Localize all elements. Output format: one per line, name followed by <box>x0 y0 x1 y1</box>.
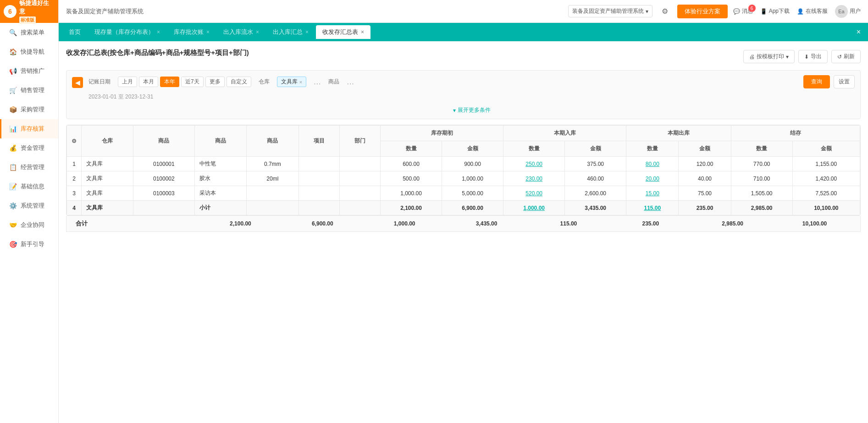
footer-label: 合计 <box>71 220 199 228</box>
sidebar-item-inventory[interactable]: 📊 库存核算 <box>0 119 58 138</box>
warehouse-more-dots[interactable]: ... <box>314 78 321 86</box>
trial-button[interactable]: 体验行业方案 <box>677 5 728 18</box>
warehouse-tag-close[interactable]: × <box>299 79 302 85</box>
app-download-button[interactable]: 📱 App下载 <box>760 7 790 15</box>
tab-recv-send[interactable]: 收发存汇总表 × <box>316 25 370 39</box>
row-out-qty-1[interactable]: 20.00 <box>626 171 679 186</box>
sidebar-item-basic[interactable]: 📝 基础信息 <box>0 177 58 196</box>
refresh-icon: ↺ <box>837 54 842 60</box>
sidebar-logo: 6 畅捷通好生意 标准版 <box>0 0 58 23</box>
tab-stock-summary[interactable]: 出入库汇总 × <box>266 25 315 39</box>
row-name-2: 采访本 <box>194 186 246 201</box>
date-btn-7days[interactable]: 近7天 <box>181 77 204 87</box>
filter-toggle-button[interactable]: ◀ <box>72 77 83 88</box>
sidebar-item-system[interactable]: ⚙️ 系统管理 <box>0 196 58 215</box>
system-icon: ⚙️ <box>9 202 17 210</box>
tab-bar-close[interactable]: × <box>853 28 864 36</box>
tab-stock-dist[interactable]: 现存量（库存分布表） × <box>88 25 166 39</box>
footer-out-qty: 115.00 <box>528 220 610 227</box>
warehouse-tag-value: 文具库 <box>281 78 298 86</box>
row-in-qty-0[interactable]: 250.00 <box>503 157 565 171</box>
refresh-label: 刷新 <box>844 53 855 60</box>
row-out-qty-3[interactable]: 115.00 <box>626 201 679 215</box>
sidebar-item-newbie[interactable]: 🎯 新手引导 <box>0 235 58 254</box>
date-btn-this-year[interactable]: 本年 <box>160 77 179 87</box>
refresh-button[interactable]: ↺ 刷新 <box>831 50 861 63</box>
row-warehouse-1: 文具库 <box>82 171 133 186</box>
user-label: 用户 <box>850 7 861 15</box>
row-close-qty-2: 1,505.00 <box>731 186 792 201</box>
system-dropdown[interactable]: 装备及固定资产辅助管理系统 ▾ <box>568 5 652 17</box>
sidebar: 6 畅捷通好生意 标准版 🔍 搜索菜单 🏠 快捷导航 📢 营销推广 🛒 销售管理… <box>0 0 59 423</box>
row-project-3 <box>299 201 339 215</box>
expand-conditions-button[interactable]: ▾ 展开更多条件 <box>453 106 491 114</box>
tab-stock-flow-close[interactable]: × <box>256 29 259 35</box>
row-close-amt-0: 1,155.00 <box>792 157 860 171</box>
sidebar-label-marketing: 营销推广 <box>21 67 44 75</box>
tab-batch-ledger-close[interactable]: × <box>206 29 210 35</box>
row-close-qty-3: 2,985.00 <box>731 201 792 215</box>
inventory-icon: 📊 <box>9 125 17 133</box>
sidebar-item-purchase[interactable]: 📦 采购管理 <box>0 100 58 119</box>
sidebar-item-company[interactable]: 🤝 企业协同 <box>0 215 58 235</box>
tab-home-label: 首页 <box>69 28 81 36</box>
query-button[interactable]: 查询 <box>803 75 830 88</box>
tab-stock-flow[interactable]: 出入库流水 × <box>217 25 265 39</box>
sidebar-item-sales[interactable]: 🛒 销售管理 <box>0 81 58 100</box>
sidebar-label-search: 搜索菜单 <box>21 28 44 37</box>
logo-icon: 6 <box>4 5 17 18</box>
row-in-qty-2[interactable]: 520.00 <box>503 186 565 201</box>
print-template-button[interactable]: 🖨 按模板打印 ▾ <box>743 50 795 63</box>
sidebar-item-search[interactable]: 🔍 搜索菜单 <box>0 23 58 42</box>
row-spec-3 <box>246 201 299 215</box>
col-open-amt: 金额 <box>442 141 503 157</box>
col-group-opening: 库存期初 <box>381 126 503 141</box>
sidebar-item-finance[interactable]: 💰 资金管理 <box>0 138 58 158</box>
system-title: 装备及固定资产辅助管理系统 <box>66 7 563 16</box>
footer-in-amt: 3,435.00 <box>446 220 528 227</box>
tab-stock-summary-close[interactable]: × <box>305 29 309 35</box>
tab-batch-ledger[interactable]: 库存批次账 × <box>167 25 216 39</box>
row-out-qty-0[interactable]: 80.00 <box>626 157 679 171</box>
settings-icon[interactable]: ⚙ <box>658 5 672 18</box>
row-open-qty-3: 2,100.00 <box>381 201 442 215</box>
sidebar-item-operations[interactable]: 📋 经营管理 <box>0 158 58 177</box>
online-service-button[interactable]: 👤 在线客服 <box>797 7 828 15</box>
tab-stock-dist-close[interactable]: × <box>157 29 160 35</box>
date-range-display: 2023-01-01 至 2023-12-31 <box>88 93 153 101</box>
row-spec-0: 0.7mm <box>246 157 299 171</box>
tab-home[interactable]: 首页 <box>62 25 87 39</box>
finance-icon: 💰 <box>9 144 17 152</box>
date-btn-last-month[interactable]: 上月 <box>118 77 137 87</box>
col-close-amt: 金额 <box>792 141 860 157</box>
row-dept-3 <box>339 201 380 215</box>
header-right: 💬 消息 6 📱 App下载 👤 在线客服 Ea 用户 <box>733 5 861 18</box>
row-close-qty-0: 770.00 <box>731 157 792 171</box>
sidebar-item-marketing[interactable]: 📢 营销推广 <box>0 61 58 81</box>
row-in-qty-1[interactable]: 230.00 <box>503 171 565 186</box>
user-menu[interactable]: Ea 用户 <box>835 5 861 18</box>
tab-recv-send-close[interactable]: × <box>361 29 364 35</box>
sidebar-item-quick-nav[interactable]: 🏠 快捷导航 <box>0 42 58 61</box>
date-btn-custom[interactable]: 自定义 <box>227 77 251 87</box>
filter-row-1: 记账日期 上月 本月 本年 近7天 更多 自定义 仓库 文具库 × <box>88 75 855 88</box>
sidebar-label-basic: 基础信息 <box>21 182 44 191</box>
date-shortcuts: 上月 本月 本年 近7天 更多 自定义 <box>118 77 251 87</box>
basic-icon: 📝 <box>9 182 17 191</box>
logo-title: 畅捷通好生意 <box>19 0 55 16</box>
table-settings-icon[interactable]: ⚙ <box>67 126 82 157</box>
date-btn-more[interactable]: 更多 <box>205 77 225 87</box>
row-in-qty-3[interactable]: 1,000.00 <box>503 201 565 215</box>
export-button[interactable]: ⬇ 导出 <box>798 50 828 63</box>
print-label: 按模板打印 <box>757 53 784 60</box>
filter-settings-button[interactable]: 设置 <box>834 75 855 88</box>
sidebar-label-quick-nav: 快捷导航 <box>21 48 44 56</box>
row-out-qty-2[interactable]: 15.00 <box>626 186 679 201</box>
message-icon: 💬 <box>733 8 740 15</box>
messages-button[interactable]: 💬 消息 6 <box>733 7 753 15</box>
main-area: 装备及固定资产辅助管理系统 装备及固定资产辅助管理系统 ▾ ⚙ 体验行业方案 💬… <box>59 0 868 423</box>
date-btn-this-month[interactable]: 本月 <box>139 77 158 87</box>
product-more-dots[interactable]: ... <box>347 78 354 86</box>
row-open-qty-0: 600.00 <box>381 157 442 171</box>
row-warehouse-0: 文具库 <box>82 157 133 171</box>
